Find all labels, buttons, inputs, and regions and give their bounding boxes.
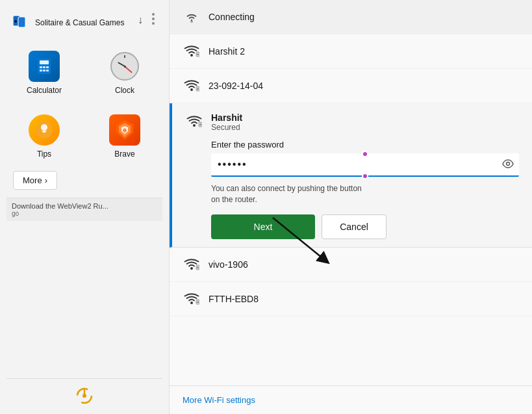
wifi-harshit-name: Harshit: [211, 112, 519, 123]
wifi-ftth-label: FTTH-EBD8: [209, 294, 519, 304]
wifi-item-harshit2[interactable]: Harshit 2: [170, 34, 532, 69]
wifi-item-harshit-expanded: Harshit Secured Enter the password: [170, 103, 532, 248]
svg-rect-5: [40, 60, 49, 64]
wifi-icon-vivo: [183, 255, 201, 274]
left-panel: ♠ Solitaire & Casual Games ↓: [0, 0, 169, 414]
wifi-icon-23-092: [183, 77, 201, 95]
calculator-label: Calculator: [27, 86, 62, 96]
wifi-icon-ftth: [183, 290, 201, 308]
more-wifi-settings-link[interactable]: More Wi-Fi settings: [170, 385, 532, 414]
wifi-list: Connecting Harshit 2: [170, 0, 532, 385]
svg-point-13: [41, 124, 47, 131]
download-arrow-icon: ↓: [138, 14, 143, 26]
download-notice: Download the WebView2 Ru... go: [6, 198, 162, 221]
three-dots-menu[interactable]: [149, 10, 157, 27]
wifi-icon-harshit2: [183, 42, 201, 60]
wifi-item-23-092[interactable]: 23-092-14-04: [170, 69, 532, 103]
wifi-item-vivo[interactable]: vivo-1906: [170, 248, 532, 282]
clock-label: Clock: [115, 86, 134, 96]
svg-rect-7: [43, 66, 45, 68]
wifi-harshit-secured: Secured: [211, 123, 519, 132]
app-grid: Calculator Clock: [6, 43, 162, 164]
wifi-harshit-details: Harshit Secured: [211, 112, 519, 132]
calculator-icon: [29, 51, 60, 82]
next-button[interactable]: Next: [211, 214, 315, 239]
password-toggle-icon[interactable]: [502, 159, 514, 171]
brave-label: Brave: [114, 149, 134, 160]
password-slider-top: [362, 151, 368, 157]
password-section: Enter the password You can also connect …: [172, 137, 532, 247]
svg-rect-6: [40, 66, 42, 68]
password-hint: You can also connect by pushing the butt…: [211, 183, 519, 205]
svg-point-31: [200, 123, 201, 123]
svg-point-27: [197, 87, 198, 88]
solitaire-label: Solitaire & Casual Games: [35, 18, 124, 29]
svg-point-28: [193, 124, 196, 127]
wifi-vivo-label: vivo-1906: [209, 259, 519, 270]
wifi-23-092-label: 23-092-14-04: [209, 81, 519, 91]
svg-point-40: [197, 300, 198, 301]
download-notice-line1: Download the WebView2 Ru...: [12, 202, 157, 210]
tips-icon-wrapper: [27, 113, 61, 147]
power-icon[interactable]: [74, 385, 95, 406]
svg-point-37: [190, 302, 193, 304]
tips-label: Tips: [37, 149, 51, 160]
svg-rect-10: [43, 70, 45, 71]
clock-icon-wrapper: [108, 49, 142, 83]
svg-point-33: [190, 267, 193, 270]
wifi-connecting-label: Connecting: [209, 12, 519, 22]
download-notice-line2: go: [12, 210, 157, 217]
right-panel: Connecting Harshit 2: [169, 0, 532, 414]
clock-tick: [124, 55, 125, 58]
wifi-item-ftth[interactable]: FTTH-EBD8: [170, 282, 532, 317]
brave-icon: [109, 114, 140, 146]
svg-point-20: [190, 54, 193, 57]
wifi-icon-harshit: [185, 112, 203, 131]
svg-rect-1: [18, 17, 25, 27]
svg-point-32: [507, 162, 510, 166]
more-chevron-icon: ›: [45, 175, 47, 185]
wifi-harshit-header[interactable]: Harshit Secured: [172, 103, 532, 137]
tips-icon: [29, 114, 60, 146]
clock-app-item[interactable]: Clock: [87, 43, 162, 101]
solitaire-icon: ♠: [12, 13, 30, 34]
svg-point-36: [197, 266, 198, 266]
calculator-icon-wrapper: [27, 49, 61, 83]
dot1: [152, 13, 155, 16]
password-label: Enter the password: [211, 140, 519, 149]
svg-rect-9: [40, 70, 42, 71]
svg-rect-19: [190, 21, 193, 23]
brave-app-item[interactable]: Brave: [87, 107, 162, 165]
tips-app-item[interactable]: Tips: [6, 107, 82, 165]
calculator-app-item[interactable]: Calculator: [6, 43, 82, 101]
solitaire-app-row[interactable]: ♠ Solitaire & Casual Games ↓: [6, 6, 162, 40]
svg-point-24: [190, 88, 193, 91]
wifi-icon-connecting: [183, 8, 201, 26]
svg-rect-30: [199, 124, 201, 125]
clock-center-dot: [124, 66, 126, 68]
dot3: [152, 22, 155, 25]
cancel-button[interactable]: Cancel: [322, 214, 386, 239]
more-button-label: More: [23, 175, 42, 185]
svg-rect-22: [197, 54, 199, 55]
bottom-icon-bar: [6, 378, 162, 414]
svg-point-18: [82, 394, 86, 398]
password-buttons: Next Cancel: [211, 214, 519, 239]
password-slider-bottom: [362, 173, 368, 179]
more-button[interactable]: More ›: [13, 171, 57, 190]
wifi-harshit2-label: Harshit 2: [209, 46, 519, 57]
svg-rect-11: [46, 70, 49, 71]
svg-rect-39: [197, 302, 199, 303]
brave-icon-wrapper: [108, 113, 142, 147]
svg-rect-26: [197, 88, 199, 90]
svg-rect-8: [46, 66, 49, 68]
clock-icon: [110, 52, 139, 81]
password-input-wrapper: [211, 153, 519, 177]
svg-point-23: [197, 53, 198, 53]
wifi-item-connecting[interactable]: Connecting: [170, 0, 532, 34]
svg-rect-35: [197, 267, 199, 268]
dot2: [152, 18, 155, 20]
